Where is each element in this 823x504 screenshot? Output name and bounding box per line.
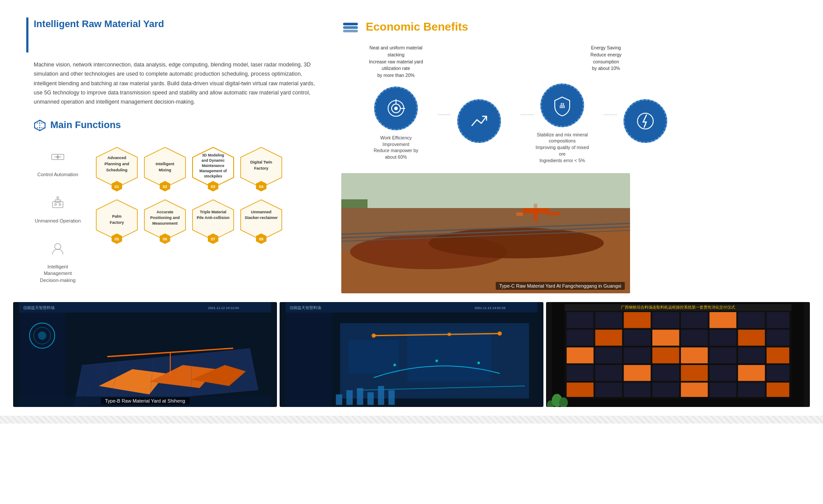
svg-rect-119 bbox=[389, 390, 395, 405]
right-content: Economic Benefits Neat and uniform mater… bbox=[341, 17, 797, 293]
unmanned-operation-icon bbox=[47, 192, 69, 214]
svg-rect-150 bbox=[681, 365, 707, 381]
benefit-top-label-1: Neat and uniform material stackingIncrea… bbox=[368, 45, 424, 79]
svg-rect-152 bbox=[738, 365, 765, 381]
svg-rect-148 bbox=[624, 365, 651, 381]
aerial-photo-label: Type-C Raw Material Yard At Fangchenggan… bbox=[496, 282, 625, 290]
intelligent-management-icon bbox=[47, 238, 69, 260]
svg-rect-141 bbox=[652, 348, 679, 363]
svg-rect-78 bbox=[341, 173, 630, 208]
svg-rect-126 bbox=[681, 312, 707, 328]
svg-point-87 bbox=[38, 331, 46, 340]
svg-rect-155 bbox=[595, 383, 622, 397]
description-text: Machine vision, network interconnection,… bbox=[34, 60, 324, 107]
svg-rect-135 bbox=[710, 330, 736, 346]
svg-text:Management of: Management of bbox=[200, 169, 227, 173]
cube-icon bbox=[34, 119, 46, 131]
sidebar-item-control: Control Automation bbox=[34, 146, 82, 178]
svg-rect-5 bbox=[55, 200, 60, 202]
svg-point-109 bbox=[497, 331, 502, 336]
svg-text:2021.11.12 14:02:28: 2021.11.12 14:02:28 bbox=[475, 306, 505, 310]
svg-rect-146 bbox=[567, 365, 593, 381]
benefit-circle-4 bbox=[617, 99, 674, 147]
svg-text:Digital Twin: Digital Twin bbox=[250, 160, 272, 164]
svg-rect-125 bbox=[652, 312, 679, 328]
svg-text:and Dynamic: and Dynamic bbox=[202, 158, 225, 163]
svg-rect-105 bbox=[407, 331, 491, 382]
screenshot-2-svg: 信能益天智慧料场 2021.11.12 14:02:28 bbox=[280, 302, 543, 407]
hex-cell-08: Unmanned Stacker-reclaimer 08 bbox=[239, 198, 283, 244]
unmanned-operation-label: Unmanned Operation bbox=[35, 218, 81, 224]
title-bar-decoration bbox=[26, 17, 28, 52]
svg-text:Factory: Factory bbox=[110, 220, 124, 225]
hex-functions-grid: Advanced Planning and Scheduling 01 bbox=[91, 142, 292, 255]
energy-icon bbox=[634, 110, 656, 132]
economic-benefits-title: Economic Benefits bbox=[366, 20, 468, 34]
svg-text:Unmanned: Unmanned bbox=[251, 210, 272, 214]
screenshot-3: 广西钢铁综合料场连取料机远程操控系统第一套贯性消化交付仪式 bbox=[546, 302, 810, 407]
sidebar-item-unmanned: Unmanned Operation bbox=[34, 192, 82, 224]
benefit-circle-1: Work Efficiency ImprovementReduce manpow… bbox=[368, 87, 424, 160]
svg-point-9 bbox=[57, 197, 59, 198]
svg-text:Factory: Factory bbox=[254, 166, 269, 170]
benefit-top-labels: Neat and uniform material stackingIncrea… bbox=[368, 45, 797, 79]
title-block: Intelligent Raw Material Yard bbox=[26, 17, 324, 52]
svg-text:stockpiles: stockpiles bbox=[204, 174, 222, 178]
top-section: Intelligent Raw Material Yard Machine vi… bbox=[0, 0, 823, 302]
circle-label-1: Work Efficiency ImprovementReduce manpow… bbox=[368, 135, 424, 160]
svg-text:Pile Anti-collision: Pile Anti-collision bbox=[196, 216, 229, 220]
svg-text:广西钢铁综合料场连取料机远程操控系统第一套贯性消化交付仪式: 广西钢铁综合料场连取料机远程操控系统第一套贯性消化交付仪式 bbox=[621, 306, 735, 310]
screenshot-3-svg: 广西钢铁综合料场连取料机远程操控系统第一套贯性消化交付仪式 bbox=[546, 302, 810, 407]
svg-rect-160 bbox=[738, 383, 765, 397]
target-icon bbox=[385, 97, 407, 119]
svg-point-112 bbox=[477, 362, 480, 365]
sidebar-item-intelligent: Intelligent Management Decision-making bbox=[34, 238, 82, 284]
svg-text:3D Modeling: 3D Modeling bbox=[202, 153, 224, 157]
svg-rect-118 bbox=[378, 386, 384, 405]
svg-point-61 bbox=[394, 107, 398, 110]
svg-rect-58 bbox=[343, 23, 358, 25]
stripe-decoration bbox=[0, 416, 823, 424]
svg-text:2021.11.12 14:12:44: 2021.11.12 14:12:44 bbox=[208, 306, 239, 310]
svg-text:04: 04 bbox=[259, 184, 263, 189]
left-content: Intelligent Raw Material Yard Machine vi… bbox=[26, 17, 324, 293]
svg-rect-122 bbox=[567, 312, 593, 328]
svg-point-10 bbox=[55, 243, 61, 250]
svg-rect-156 bbox=[624, 383, 651, 397]
svg-rect-133 bbox=[652, 330, 679, 346]
svg-rect-113 bbox=[286, 313, 332, 407]
svg-rect-137 bbox=[767, 330, 789, 346]
svg-text:信能益天智慧料场: 信能益天智慧料场 bbox=[23, 306, 55, 310]
svg-rect-132 bbox=[624, 330, 651, 346]
main-functions-label: Main Functions bbox=[50, 119, 121, 131]
svg-rect-149 bbox=[652, 365, 679, 381]
svg-rect-130 bbox=[567, 330, 593, 346]
svg-rect-128 bbox=[738, 312, 765, 328]
svg-rect-124 bbox=[624, 312, 651, 328]
svg-rect-158 bbox=[681, 383, 707, 397]
benefit-circle-3: 品 Stabilize and mix mineral compositions… bbox=[534, 83, 591, 163]
svg-text:Palm: Palm bbox=[112, 214, 122, 219]
hex-cell-05: Palm Factory 05 bbox=[95, 198, 139, 244]
svg-point-111 bbox=[435, 360, 438, 362]
svg-rect-104 bbox=[349, 340, 399, 374]
benefit-circle-2 bbox=[451, 99, 508, 147]
svg-text:02: 02 bbox=[163, 184, 167, 189]
svg-text:Measurement: Measurement bbox=[152, 221, 178, 226]
svg-text:07: 07 bbox=[211, 237, 215, 241]
svg-text:01: 01 bbox=[115, 184, 119, 189]
svg-text:Advanced: Advanced bbox=[107, 156, 126, 160]
main-functions-header: Main Functions bbox=[34, 119, 324, 131]
svg-rect-129 bbox=[767, 312, 789, 328]
svg-rect-142 bbox=[681, 348, 707, 363]
screenshot-1: 信能益天智慧料场 2021.11.12 14:12:44 bbox=[13, 302, 277, 407]
svg-text:Maintenance: Maintenance bbox=[202, 163, 224, 168]
svg-rect-143 bbox=[710, 348, 736, 363]
svg-rect-76 bbox=[516, 212, 523, 216]
svg-rect-138 bbox=[567, 348, 593, 363]
svg-rect-123 bbox=[595, 312, 622, 328]
connector-1 bbox=[438, 115, 451, 115]
svg-point-7 bbox=[59, 204, 61, 205]
svg-rect-77 bbox=[547, 212, 560, 215]
svg-rect-161 bbox=[767, 383, 789, 397]
